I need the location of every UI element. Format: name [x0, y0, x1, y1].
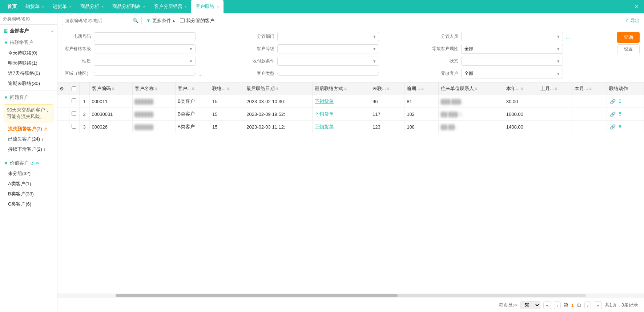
region-select[interactable]	[94, 72, 196, 76]
action-chat-icon-2[interactable]: 🔗	[610, 112, 616, 117]
sidebar-item-churn-warning[interactable]: 流失预警客户(3) ⚠	[0, 124, 57, 134]
region-more-btn[interactable]: ...	[198, 71, 203, 77]
cell-last-way-3[interactable]: 下销货单	[313, 121, 370, 133]
close-tab-analysis[interactable]: ×	[101, 4, 104, 9]
tab-analysis[interactable]: 商品分析 ×	[76, 0, 108, 13]
main-search-input[interactable]	[65, 18, 131, 23]
row-checkbox-3[interactable]	[72, 124, 76, 129]
zero-customer-select[interactable]: 全部 ▾	[461, 69, 563, 78]
my-customers-checkbox-area[interactable]: 我分管的客户	[180, 17, 214, 24]
action-chat-icon-3[interactable]: 🔗	[610, 124, 616, 130]
action-more-icon-1[interactable]: ⠿	[618, 99, 622, 104]
filter-more-button[interactable]: ▼ 更多条件 ▲	[146, 17, 176, 24]
th-checkbox[interactable]	[69, 82, 79, 95]
th-code[interactable]: 客户编码 ⇅	[89, 82, 132, 95]
sidebar-item-declining[interactable]: 持续下滑客户(2) ℹ	[0, 144, 57, 154]
prev-page-button[interactable]: ‹	[554, 301, 560, 309]
export-icon: ⇧	[625, 18, 629, 23]
action-more-icon-2[interactable]: ⠿	[618, 112, 622, 117]
action-more-icon-3[interactable]: ⠿	[618, 124, 622, 130]
th-overdue[interactable]: 逾期... ⇅	[404, 82, 439, 95]
department-select[interactable]: ▾	[277, 32, 379, 41]
edit-icon[interactable]: ✏	[36, 161, 40, 166]
sidebar-search-input[interactable]	[3, 16, 57, 21]
window-close-button[interactable]: ×	[632, 3, 641, 10]
next-page-button[interactable]: ›	[584, 301, 591, 309]
th-gear[interactable]: ⚙	[57, 82, 69, 95]
query-button[interactable]: 查询	[617, 32, 640, 43]
close-tab-sales[interactable]: ×	[42, 4, 44, 9]
th-unlinked[interactable]: 未联... ⇅	[370, 82, 404, 95]
sidebar-item-a[interactable]: A类客户(1)	[0, 179, 57, 189]
cell-contact-1: 15	[210, 95, 244, 108]
sidebar-item-b[interactable]: B类客户(33)	[0, 189, 57, 199]
tab-customer-segment[interactable]: 客户分层经营 ×	[150, 0, 191, 13]
row-checkbox-2[interactable]	[72, 111, 76, 116]
manager-select[interactable]: ▾	[461, 32, 563, 41]
sidebar-value-title[interactable]: ▼ 价值客户 ↺ ✏	[0, 158, 57, 169]
cell-check-1[interactable]	[69, 95, 79, 108]
close-tab-customer-segment[interactable]: ×	[185, 4, 187, 9]
select-all-checkbox[interactable]	[72, 86, 76, 91]
th-contact[interactable]: 联络... ⇅	[210, 82, 244, 95]
th-last-date[interactable]: 最后联络日期 ⇅	[244, 82, 313, 95]
cell-overdue-3: 108	[404, 121, 439, 133]
sidebar-pending-title[interactable]: ▼ 待联络客户	[0, 37, 57, 48]
level-select[interactable]: ▾	[277, 44, 379, 53]
close-tab-customer-link[interactable]: ×	[217, 4, 219, 9]
th-unit-contact[interactable]: 往来单位联系人 ⇅	[439, 82, 504, 95]
price-level-select[interactable]: ▾	[94, 44, 196, 53]
scroll-thumb[interactable]	[116, 294, 398, 297]
tab-sales[interactable]: 销货单 ×	[21, 0, 48, 13]
cell-last-way-1[interactable]: 下销货单	[313, 95, 370, 108]
cell-last-way-2[interactable]: 下销货单	[313, 108, 370, 121]
th-type[interactable]: 客户... ⇅	[175, 82, 210, 95]
tab-customer-link[interactable]: 客户联络 ×	[191, 0, 223, 13]
th-this-year[interactable]: 本年... ⇅	[504, 82, 538, 95]
tab-analysis-list[interactable]: 商品分析列表 ×	[108, 0, 149, 13]
settings-button[interactable]: 设置	[617, 44, 640, 54]
status-select[interactable]: ▾	[461, 57, 563, 66]
payment-select[interactable]: ▾	[277, 57, 379, 66]
sidebar-all-customers[interactable]: ⊞ 全部客户 «	[0, 25, 57, 37]
manager-more-btn[interactable]: ...	[566, 34, 570, 40]
cell-check-3[interactable]	[69, 121, 79, 133]
cell-check-2[interactable]	[69, 108, 79, 121]
th-last-way[interactable]: 最后联络方式 ⇅	[313, 82, 370, 95]
horizontal-scrollbar[interactable]	[57, 293, 644, 298]
divider-1	[0, 90, 57, 90]
filter-zero-customer: 零散客户 全部 ▾	[429, 69, 613, 78]
refresh-icon[interactable]: ↺	[30, 161, 34, 166]
phone-input[interactable]	[94, 32, 196, 41]
sort-icon-name: ⇅	[154, 87, 157, 91]
sidebar-item-today[interactable]: 今天待联络(0)	[0, 48, 57, 58]
sidebar-item-overdue[interactable]: 逾期未联络(30)	[0, 78, 57, 89]
main-search-icon[interactable]: 🔍	[133, 18, 138, 23]
export-button[interactable]: ⇧ 导出	[625, 17, 640, 24]
sidebar-item-ungroup[interactable]: 未分组(32)	[0, 169, 57, 179]
gear-icon: ⚙	[60, 86, 64, 92]
tab-purchase[interactable]: 进货单 ×	[48, 0, 76, 13]
last-page-button[interactable]: »	[594, 301, 601, 309]
zero-attr-select[interactable]: 全部 ▾	[461, 44, 563, 54]
close-tab-purchase[interactable]: ×	[69, 4, 71, 9]
th-name[interactable]: 客户名称 ⇅	[132, 82, 175, 95]
customer-type-select[interactable]	[277, 72, 379, 76]
close-tab-analysis-list[interactable]: ×	[143, 4, 145, 9]
th-last-month[interactable]: 上月... ⇅	[538, 82, 572, 95]
row-checkbox-1[interactable]	[72, 98, 76, 103]
my-customers-checkbox[interactable]	[180, 18, 185, 23]
page-label-2: 页	[577, 302, 581, 308]
sidebar-item-c[interactable]: C类客户(6)	[0, 199, 57, 209]
sidebar-item-7days[interactable]: 近7天待联络(0)	[0, 68, 57, 78]
sidebar-churn-title[interactable]: ▼ 问题客户	[0, 92, 57, 103]
sidebar-item-churned[interactable]: 已流失客户(24) ℹ	[0, 134, 57, 144]
main-layout: 🔍 ⊞ 全部客户 « ▼ 待联络客户 今天待联络(0) 明天待联络(1) 近7天…	[0, 13, 644, 312]
action-chat-icon-1[interactable]: 🔗	[610, 99, 616, 104]
per-page-select[interactable]: 50 20 100	[520, 301, 540, 309]
first-page-button[interactable]: «	[543, 301, 551, 309]
th-this-month[interactable]: 本月... ⇅	[572, 82, 607, 95]
sidebar-item-tomorrow[interactable]: 明天待联络(1)	[0, 58, 57, 68]
nature-select[interactable]: ▾	[94, 57, 196, 66]
tab-home[interactable]: 首页	[3, 0, 21, 13]
